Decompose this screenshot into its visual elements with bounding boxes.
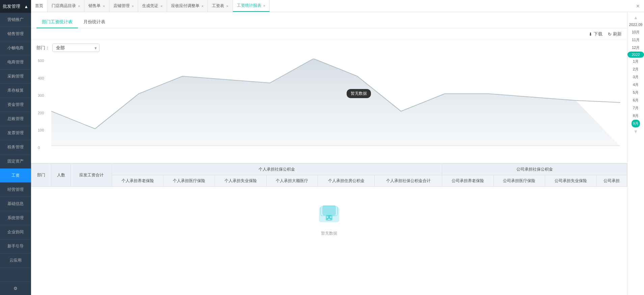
sidebar-item-企业协同[interactable]: 企业协同 [0, 225, 31, 239]
sidebar-item-销售管理[interactable]: 销售管理 [0, 27, 31, 41]
sidebar-item-小畅电商[interactable]: 小畅电商 [0, 41, 31, 55]
col-sub-4: 个人承担住房公积金 [318, 175, 375, 187]
month-2023-8月[interactable]: 8月 [632, 112, 640, 120]
month-2022-11月[interactable]: 11月 [630, 36, 641, 44]
y-label-0: 0 [38, 146, 44, 150]
col-sub-1: 个人承担医疗保险 [163, 175, 215, 187]
sidebar-item-固定资产[interactable]: 固定资产 [0, 154, 31, 169]
col-sub-3: 个人承担大额医疗 [266, 175, 318, 187]
department-select[interactable]: 全部 [52, 43, 100, 52]
tab-close-工资统计报表[interactable]: × [263, 4, 265, 8]
download-button[interactable]: ⬇ 下载 [589, 31, 602, 37]
month-2023-6月[interactable]: 6月 [632, 96, 640, 104]
col-total-salary: 应发工资合计 [71, 164, 112, 187]
y-label-400: 400 [38, 76, 44, 80]
sub-tab-月份统计表[interactable]: 月份统计表 [78, 16, 111, 28]
month-2023-4月[interactable]: 4月 [632, 81, 640, 89]
col-group-company: 公司承担社保公积金 [442, 164, 627, 175]
tab-店铺管理[interactable]: 店铺管理× [109, 0, 138, 12]
page-content: 部门工资统计表月份统计表 ⬇ 下载 ↻ 刷新 部门： 全部 [31, 12, 644, 295]
tab-bar: 首页门店商品目录×销售单×店铺管理×生成凭证×应收应付调整单×工资表×工资统计报… [31, 0, 644, 12]
department-select-wrapper[interactable]: 全部 [52, 43, 100, 52]
col-sub-8: 公司承担失业保险 [545, 175, 597, 187]
col-sub-5: 个人承担社保公积金合计 [375, 175, 442, 187]
tab-close-应收应付调整单[interactable]: × [202, 4, 204, 8]
sidebar-item-经营管理[interactable]: 经营管理 [0, 183, 31, 197]
tab-close-门店商品目录[interactable]: × [78, 4, 80, 8]
month-2023-9月[interactable]: 9月 [632, 120, 640, 127]
empty-state: 暂无数据 [31, 187, 627, 250]
filter-row: 部门： 全部 [31, 40, 627, 55]
col-sub-7: 公司承担医疗保险 [493, 175, 545, 187]
sub-tab-部门工资统计表[interactable]: 部门工资统计表 [36, 16, 78, 28]
inner-content: 部门工资统计表月份统计表 ⬇ 下载 ↻ 刷新 部门： 全部 [31, 12, 627, 295]
close-all-tabs-button[interactable]: ✕ [632, 3, 644, 9]
y-label-500: 500 [38, 59, 44, 63]
prev-year-button[interactable]: ▲ [632, 13, 640, 22]
tab-close-生成凭证[interactable]: × [160, 4, 162, 8]
tab-应收应付调整单[interactable]: 应收应付调整单× [167, 0, 208, 12]
sidebar-header[interactable]: 批发管理 ▲ [0, 0, 31, 13]
y-label-200: 200 [38, 111, 44, 115]
chart-svg [51, 59, 620, 146]
sidebar-item-电商管理[interactable]: 电商管理 [0, 55, 31, 69]
sidebar-item-工资[interactable]: 工资 [0, 169, 31, 183]
sidebar-item-采购管理[interactable]: 采购管理 [0, 69, 31, 84]
col-dept: 部门 [31, 164, 51, 187]
tab-工资统计报表[interactable]: 工资统计报表× [233, 0, 270, 12]
tab-销售单[interactable]: 销售单× [84, 0, 109, 12]
col-sub-6: 公司承担养老保险 [442, 175, 494, 187]
next-year-button[interactable]: ▼ [632, 127, 640, 136]
settings-button[interactable]: ⚙ [0, 282, 31, 295]
sidebar-item-营销推广[interactable]: 营销推广 [0, 13, 31, 27]
tab-close-工资表[interactable]: × [226, 4, 228, 8]
tab-生成凭证[interactable]: 生成凭证× [138, 0, 167, 12]
year-2022-label[interactable]: 2022.09 [628, 22, 644, 28]
col-people: 人数 [51, 164, 71, 187]
col-sub-2: 个人承担失业保险 [215, 175, 266, 187]
month-2023-5月[interactable]: 5月 [632, 89, 640, 96]
sidebar-item-资金管理[interactable]: 资金管理 [0, 98, 31, 112]
download-icon: ⬇ [589, 32, 592, 37]
sidebar-item-基础信息[interactable]: 基础信息 [0, 197, 31, 211]
salary-table: 部门 人数 应发工资合计 个人承担社保公积金 公司承担社保公积金 个人承担养老保… [31, 164, 627, 250]
tab-close-店铺管理[interactable]: × [132, 4, 134, 8]
sidebar-item-发票管理[interactable]: 发票管理 [0, 126, 31, 140]
sub-tab-bar: 部门工资统计表月份统计表 [31, 12, 627, 28]
sidebar: 批发管理 ▲ 营销推广销售管理小畅电商电商管理采购管理库存核算资金管理总账管理发… [0, 0, 31, 295]
tab-门店商品目录[interactable]: 门店商品目录× [48, 0, 84, 12]
chart-area: 0 100 200 300 400 500 [31, 55, 627, 163]
y-label-300: 300 [38, 93, 44, 97]
sidebar-toggle-icon: ▲ [24, 4, 28, 9]
refresh-icon: ↻ [608, 32, 612, 37]
col-sub-0: 个人承担养老保险 [112, 175, 163, 187]
tab-close-销售单[interactable]: × [103, 4, 105, 8]
sidebar-item-税务管理[interactable]: 税务管理 [0, 140, 31, 154]
month-2022-12月[interactable]: 12月 [630, 44, 641, 52]
sidebar-item-总账管理[interactable]: 总账管理 [0, 112, 31, 126]
month-2023-1月[interactable]: 1月 [632, 58, 640, 65]
chart-area-fill [51, 59, 620, 146]
right-panel: ▲ 2022.09 10月11月12月 2022 1月2月3月4月5月6月7月8… [627, 12, 644, 295]
main-content: 首页门店商品目录×销售单×店铺管理×生成凭证×应收应付调整单×工资表×工资统计报… [31, 0, 644, 295]
tab-首页[interactable]: 首页 [31, 0, 48, 12]
refresh-button[interactable]: ↻ 刷新 [608, 31, 622, 37]
month-2023-7月[interactable]: 7月 [632, 104, 640, 112]
empty-label: 暂无数据 [321, 231, 337, 236]
sidebar-item-新手引导[interactable]: 新手引导 [0, 239, 31, 254]
month-2023-3月[interactable]: 3月 [632, 73, 640, 81]
year-2022-badge[interactable]: 2022 [627, 52, 644, 58]
month-2023-2月[interactable]: 2月 [632, 65, 640, 73]
toolbar: ⬇ 下载 ↻ 刷新 [31, 28, 627, 40]
sidebar-item-系统管理[interactable]: 系统管理 [0, 211, 31, 225]
settings-icon: ⚙ [14, 286, 18, 291]
tab-工资表[interactable]: 工资表× [208, 0, 233, 12]
table-container[interactable]: 部门 人数 应发工资合计 个人承担社保公积金 公司承担社保公积金 个人承担养老保… [31, 163, 627, 295]
sidebar-item-库存核算[interactable]: 库存核算 [0, 84, 31, 98]
y-label-100: 100 [38, 128, 44, 132]
col-sub-9: 公司承担 [596, 175, 627, 187]
refresh-label: 刷新 [613, 31, 622, 37]
sidebar-title: 批发管理 [3, 3, 20, 9]
month-2022-10月[interactable]: 10月 [630, 28, 641, 36]
sidebar-item-云应用[interactable]: 云应用 [0, 254, 31, 268]
